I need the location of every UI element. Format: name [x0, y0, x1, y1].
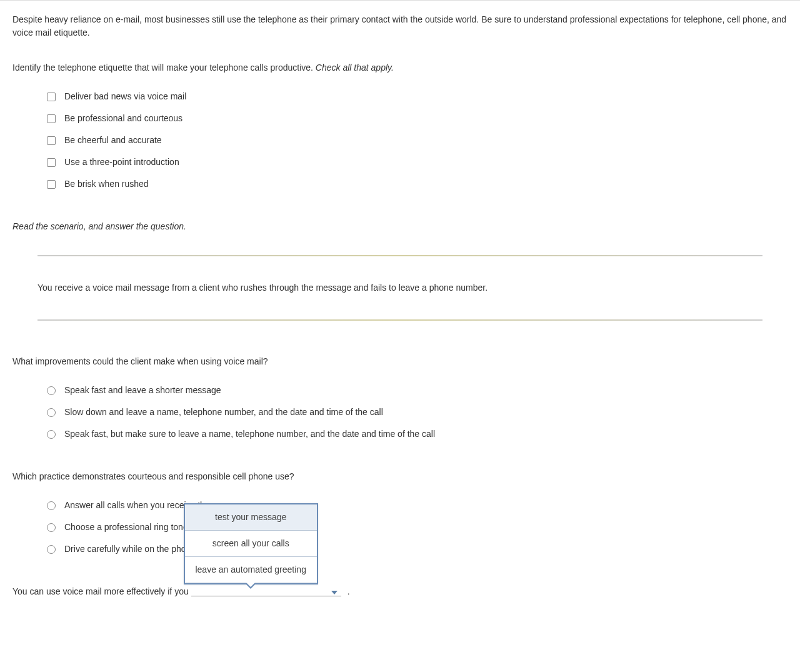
dropdown-item[interactable]: test your message: [185, 504, 317, 531]
dropdown-item[interactable]: leave an automated greeting: [185, 557, 317, 583]
radio-icon[interactable]: [47, 408, 56, 417]
radio-icon[interactable]: [47, 545, 56, 554]
scenario-body: You receive a voice mail message from a …: [38, 256, 762, 319]
q1-option[interactable]: Be professional and courteous: [47, 108, 788, 129]
q2-options: Speak fast and leave a shorter message S…: [47, 379, 788, 445]
q1-option[interactable]: Be brisk when rushed: [47, 173, 788, 195]
q1-option[interactable]: Be cheerful and accurate: [47, 129, 788, 151]
fill-period: .: [348, 585, 350, 598]
q1-option[interactable]: Use a three-point introduction: [47, 151, 788, 173]
q2-option[interactable]: Speak fast, but make sure to leave a nam…: [47, 423, 788, 445]
checkbox-icon[interactable]: [47, 136, 56, 145]
q1-prompt-text: Identify the telephone etiquette that wi…: [12, 63, 316, 73]
intro-paragraph: Despite heavy reliance on e-mail, most b…: [12, 13, 788, 39]
q1-prompt: Identify the telephone etiquette that wi…: [12, 61, 788, 74]
checkbox-icon[interactable]: [47, 158, 56, 167]
q3-option[interactable]: Drive carefully while on the phone: [47, 538, 788, 560]
q1-option-label: Be professional and courteous: [64, 112, 182, 125]
q1-prompt-hint: Check all that apply.: [316, 63, 394, 73]
q1-option-label: Use a three-point introduction: [64, 156, 179, 169]
q1-options: Deliver bad news via voice mail Be profe…: [47, 86, 788, 195]
q3-option[interactable]: Answer all calls when you receive th: [47, 494, 788, 516]
q3-options: Answer all calls when you receive th Cho…: [47, 494, 788, 560]
q1-option-label: Be brisk when rushed: [64, 178, 149, 191]
fill-sentence: You can use voice mail more effectively …: [12, 585, 788, 598]
checkbox-icon[interactable]: [47, 93, 56, 101]
q2-option-label: Speak fast, but make sure to leave a nam…: [64, 428, 435, 441]
q2-option-label: Speak fast and leave a shorter message: [64, 384, 221, 397]
fill-blank-dropdown[interactable]: [191, 585, 341, 596]
radio-icon[interactable]: [47, 501, 56, 510]
radio-icon[interactable]: [47, 430, 56, 439]
q3-prompt: Which practice demonstrates courteous an…: [12, 470, 788, 483]
dropdown-arrow-icon: [246, 583, 255, 587]
fill-lead: You can use voice mail more effectively …: [12, 585, 189, 598]
q2-option[interactable]: Speak fast and leave a shorter message: [47, 379, 788, 401]
q3-option-label: Choose a professional ring tone: [64, 521, 188, 534]
dropdown-popup: test your message screen all your calls …: [184, 503, 318, 584]
q1-option-label: Deliver bad news via voice mail: [64, 90, 186, 103]
scenario-block: You receive a voice mail message from a …: [38, 255, 762, 321]
q1-option[interactable]: Deliver bad news via voice mail: [47, 86, 788, 108]
q3-option[interactable]: Choose a professional ring tone: [47, 516, 788, 538]
chevron-down-icon: [331, 591, 338, 594]
q1-option-label: Be cheerful and accurate: [64, 134, 162, 147]
q2-prompt: What improvements could the client make …: [12, 355, 788, 368]
checkbox-icon[interactable]: [47, 114, 56, 123]
radio-icon[interactable]: [47, 523, 56, 532]
dropdown-item[interactable]: screen all your calls: [185, 531, 317, 557]
radio-icon[interactable]: [47, 386, 56, 395]
divider: [38, 319, 762, 321]
q3-option-label: Drive carefully while on the phone: [64, 543, 196, 556]
checkbox-icon[interactable]: [47, 180, 56, 189]
scenario-lead: Read the scenario, and answer the questi…: [12, 220, 788, 233]
q2-option[interactable]: Slow down and leave a name, telephone nu…: [47, 401, 788, 423]
q2-option-label: Slow down and leave a name, telephone nu…: [64, 406, 383, 419]
